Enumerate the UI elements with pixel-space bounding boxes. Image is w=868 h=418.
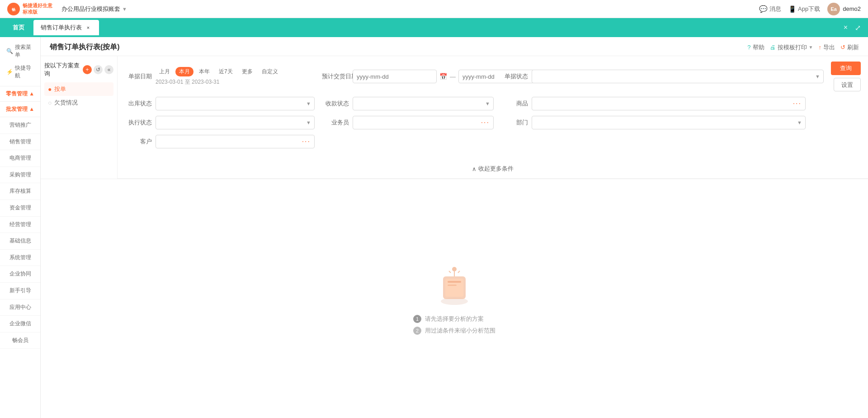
sidebar-quick-nav-label: 快捷导航 <box>15 64 34 80</box>
query-button[interactable]: 查询 <box>831 62 861 75</box>
sidebar-item-label: 零售管理 ▲ <box>6 90 34 98</box>
calendar-start-icon[interactable]: 📅 <box>439 73 447 80</box>
sidebar-search-button[interactable]: 🔍 搜索菜单 <box>4 42 37 61</box>
doc-status-select[interactable] <box>532 70 824 83</box>
filter-doc-status: 单据状态 ▼ <box>501 70 824 83</box>
sidebar-item-ecommerce[interactable]: 电商管理 <box>0 150 40 167</box>
svg-line-9 <box>449 271 451 273</box>
tab-close-icon[interactable]: × <box>85 24 92 31</box>
filter-collection-status: 收款状态 ▼ <box>322 97 494 110</box>
sidebar-item-batch-mgmt[interactable]: 批发管理 ▲ <box>0 102 40 117</box>
sidebar-item-label: 畅会员 <box>12 337 28 344</box>
export-button[interactable]: ↑ 导出 <box>819 43 835 52</box>
expected-date-start[interactable] <box>353 70 437 83</box>
sidebar-item-app-center[interactable]: 应用中心 <box>0 299 40 316</box>
sidebar-item-marketing[interactable]: 营销推广 <box>0 117 40 134</box>
header-left: 畅 畅捷通好生意 标准版 办公用品行业模拟账套 ▼ <box>7 3 127 15</box>
date-tab-custom[interactable]: 自定义 <box>258 67 282 76</box>
message-button[interactable]: 💬 消息 <box>759 5 781 13</box>
logo-text: 畅捷通好生意 标准版 <box>23 3 52 14</box>
window-close-icon[interactable]: × <box>842 22 849 33</box>
salesperson-label: 业务员 <box>322 119 349 127</box>
refresh-scheme-button[interactable]: ↺ <box>94 65 103 74</box>
filter-goods: 商品 ··· <box>501 97 806 110</box>
print-icon: 🖨 <box>770 44 776 51</box>
salesperson-input-area[interactable]: ··· <box>353 116 494 129</box>
sidebar-item-zero-retail[interactable]: 零售管理 ▲ <box>0 86 40 102</box>
sidebar-item-member[interactable]: 畅会员 <box>0 332 40 349</box>
step-1-text: 请先选择要分析的方案 <box>425 315 484 323</box>
sidebar-item-inventory[interactable]: 库存核算 <box>0 183 40 200</box>
filter-form-area: 单据日期 上月 本月 本年 近7天 更多 自定义 20 <box>118 56 868 179</box>
sidebar-item-label: 批发管理 ▲ <box>6 105 34 113</box>
breadcrumb[interactable]: 办公用品行业模拟账套 ▼ <box>61 5 127 13</box>
app-download-button[interactable]: 📱 App下载 <box>788 5 820 13</box>
doc-status-select-wrapper: ▼ <box>532 70 824 83</box>
page-title: 销售订单执行表(按单) <box>50 43 120 52</box>
user-area[interactable]: Ea demo2 <box>827 3 861 15</box>
date-tab-current-year[interactable]: 本年 <box>195 67 213 76</box>
date-range-display: 2023-03-01 至 2023-03-31 <box>156 78 315 86</box>
goods-dots[interactable]: ··· <box>793 100 802 108</box>
sidebar-quick-nav-button[interactable]: ⚡ 快捷导航 <box>4 62 37 81</box>
add-scheme-button[interactable]: + <box>83 65 92 74</box>
filter-form: 单据日期 上月 本月 本年 近7天 更多 自定义 20 <box>118 56 868 159</box>
empty-illustration <box>432 263 477 309</box>
message-icon: 💬 <box>759 5 768 13</box>
logo-area: 畅 畅捷通好生意 标准版 <box>7 3 52 15</box>
empty-state: 1 请先选择要分析的方案 2 用过滤条件来缩小分析范围 <box>41 179 868 418</box>
step-1-num: 1 <box>413 315 421 323</box>
window-maximize-icon[interactable]: ⤢ <box>853 22 863 34</box>
sidebar-item-ent-wechat[interactable]: 企业微信 <box>0 316 40 332</box>
goods-input-area[interactable]: ··· <box>532 97 806 110</box>
sidebar-item-system[interactable]: 系统管理 <box>0 250 40 266</box>
avatar: Ea <box>827 3 840 15</box>
dept-select-wrapper: ▼ <box>532 116 806 129</box>
scheme-item-by-order[interactable]: ● 按单 <box>44 82 113 96</box>
refresh-button[interactable]: ↺ 刷新 <box>840 43 859 52</box>
template-print-arrow-icon: ▼ <box>809 45 813 50</box>
exec-status-select[interactable] <box>156 116 315 129</box>
empty-step-2: 2 用过滤条件来缩小分析范围 <box>413 327 495 335</box>
filter-doc-date: 单据日期 上月 本月 本年 近7天 更多 自定义 20 <box>125 67 315 86</box>
customer-dots[interactable]: ··· <box>302 138 311 146</box>
sidebar-item-new-guide[interactable]: 新手引导 <box>0 283 40 299</box>
filter-scheme-actions: + ↺ « <box>83 65 113 74</box>
date-tab-prev-month[interactable]: 上月 <box>156 67 174 76</box>
scheme-active-icon: ● <box>48 86 52 93</box>
out-status-select[interactable] <box>156 97 315 110</box>
sidebar-item-enterprise[interactable]: 企业协同 <box>0 266 40 283</box>
sidebar-item-finance[interactable]: 资金管理 <box>0 200 40 217</box>
scheme-item-shortage[interactable]: ○ 欠货情况 <box>44 96 113 109</box>
sidebar-item-operations[interactable]: 经营管理 <box>0 217 40 233</box>
collapse-button[interactable]: ∧ 收起更多条件 <box>465 163 521 175</box>
date-tab-7days[interactable]: 近7天 <box>215 67 236 76</box>
salesperson-dots[interactable]: ··· <box>481 119 490 127</box>
settings-button[interactable]: 设置 <box>834 78 861 91</box>
sidebar-item-label: 电商管理 <box>9 155 31 162</box>
tab-home[interactable]: 首页 <box>5 20 32 35</box>
customer-input-area[interactable]: ··· <box>156 135 315 148</box>
help-button[interactable]: ? 帮助 <box>747 43 764 52</box>
tab-sales-order[interactable]: 销售订单执行表 × <box>33 20 99 35</box>
collection-status-select[interactable] <box>353 97 494 110</box>
sidebar-search-label: 搜索菜单 <box>15 43 34 59</box>
export-icon: ↑ <box>819 44 822 51</box>
svg-rect-5 <box>448 281 461 283</box>
sidebar-item-purchase[interactable]: 采购管理 <box>0 167 40 184</box>
svg-line-10 <box>458 271 460 273</box>
date-tab-current-month[interactable]: 本月 <box>175 67 193 76</box>
empty-step-1: 1 请先选择要分析的方案 <box>413 315 495 323</box>
scheme-label: 按单 <box>54 85 66 93</box>
collapse-label: 收起更多条件 <box>478 165 514 173</box>
collapse-scheme-button[interactable]: « <box>104 65 113 74</box>
filter-dept: 部门 ▼ <box>501 116 806 129</box>
sidebar-item-sales-mgmt[interactable]: 销售管理 <box>0 134 40 151</box>
date-tab-more[interactable]: 更多 <box>238 67 256 76</box>
breadcrumb-text: 办公用品行业模拟账套 <box>61 5 120 13</box>
template-print-button[interactable]: 🖨 按模板打印 ▼ <box>770 43 813 52</box>
sidebar-item-basic-info[interactable]: 基础信息 <box>0 233 40 250</box>
svg-rect-6 <box>448 285 457 286</box>
dept-select[interactable] <box>532 116 806 129</box>
main-layout: 🔍 搜索菜单 ⚡ 快捷导航 零售管理 ▲ 批发管理 ▲ 营销推广 销售管理 电商… <box>0 37 868 418</box>
